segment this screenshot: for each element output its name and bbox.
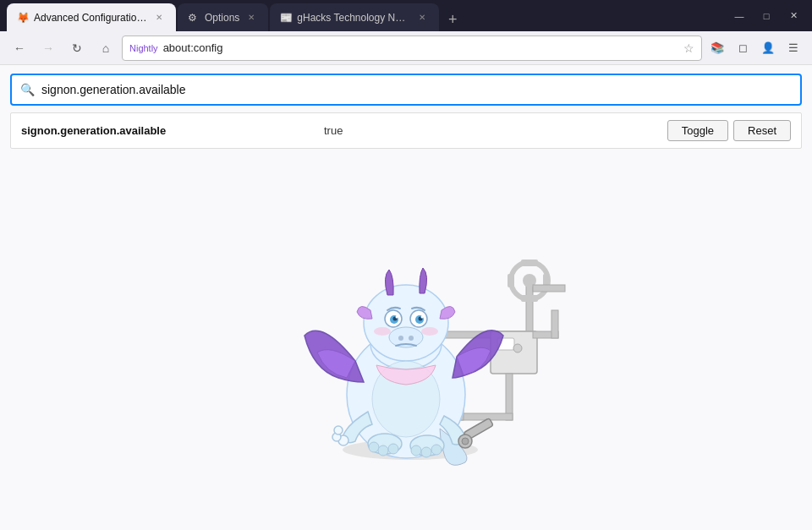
toolbar-icons: 📚 ◻ 👤 ☰ [705,36,805,60]
window-controls: — □ ✕ [727,4,805,28]
config-name: signon.generation.available [21,124,317,137]
tab-close-options[interactable]: ✕ [244,11,258,25]
svg-point-34 [421,315,424,318]
nav-bar: ← → ↻ ⌂ Nightly ☆ 📚 ◻ 👤 ☰ [0,31,812,65]
svg-point-46 [411,445,421,456]
svg-point-10 [513,344,522,352]
tab-icon-firefox: 🦊 [17,12,29,24]
title-bar: 🦊 Advanced Configurations ✕ ⚙ Options ✕ … [0,0,812,31]
config-actions: Toggle Reset [667,120,791,141]
svg-point-44 [378,445,388,456]
config-row: signon.generation.available true Toggle … [11,113,801,148]
svg-rect-5 [521,295,538,302]
close-button[interactable]: ✕ [782,4,805,28]
back-button[interactable]: ← [7,36,32,61]
svg-point-47 [421,447,431,457]
svg-point-33 [396,315,398,318]
svg-point-36 [398,336,403,341]
page-content: 🔍 signon.generation.available true Toggl… [0,65,812,530]
svg-point-43 [369,442,379,452]
search-container: 🔍 [10,74,802,106]
svg-rect-6 [508,274,514,287]
home-button[interactable]: ⌂ [93,36,118,61]
config-value: true [324,124,661,137]
svg-point-26 [364,285,448,361]
address-input[interactable] [163,41,678,54]
nightly-icon: Nightly [129,43,158,53]
tab-options[interactable]: ⚙ Options ✕ [178,3,268,31]
svg-point-21 [334,426,343,434]
tab-icon-options: ⚙ [188,12,200,24]
dragon-illustration [245,200,567,471]
svg-point-39 [421,327,438,336]
reset-button[interactable]: Reset [733,120,791,141]
maximize-button[interactable]: □ [754,4,778,28]
search-icon: 🔍 [20,83,35,96]
tab-close-advanced-config[interactable]: ✕ [152,11,166,25]
tab-label-ghacks: gHacks Technology News [297,12,410,24]
account-icon[interactable]: 👤 [756,36,780,60]
minimize-button[interactable]: — [727,4,751,28]
tab-advanced-config[interactable]: 🦊 Advanced Configurations ✕ [7,3,176,31]
tab-ghacks[interactable]: 📰 gHacks Technology News ✕ [270,3,439,31]
tab-label-advanced-config: Advanced Configurations [34,12,147,24]
address-bar-container[interactable]: Nightly ☆ [122,36,702,61]
svg-rect-12 [457,413,513,420]
library-icon[interactable]: 📚 [705,36,729,60]
new-tab-button[interactable]: + [441,8,464,31]
svg-point-37 [409,336,414,341]
svg-point-48 [431,445,442,455]
menu-icon[interactable]: ☰ [782,36,805,60]
svg-rect-16 [533,285,565,292]
config-table: signon.generation.available true Toggle … [10,112,802,149]
illustration-area [10,149,802,522]
svg-point-45 [388,444,398,454]
svg-point-38 [374,327,391,336]
tab-label-options: Options [205,12,239,24]
svg-rect-4 [521,260,538,266]
svg-point-24 [462,438,469,445]
tab-icon-ghacks: 📰 [280,12,292,24]
sidebar-icon[interactable]: ◻ [731,36,754,60]
reload-button[interactable]: ↻ [64,36,90,61]
tab-close-ghacks[interactable]: ✕ [415,11,429,25]
tabs-container: 🦊 Advanced Configurations ✕ ⚙ Options ✕ … [7,0,721,31]
bookmark-icon[interactable]: ☆ [683,41,694,55]
svg-rect-15 [551,310,558,338]
toggle-button[interactable]: Toggle [667,120,728,141]
forward-button[interactable]: → [36,36,61,61]
config-search-input[interactable] [41,83,792,96]
